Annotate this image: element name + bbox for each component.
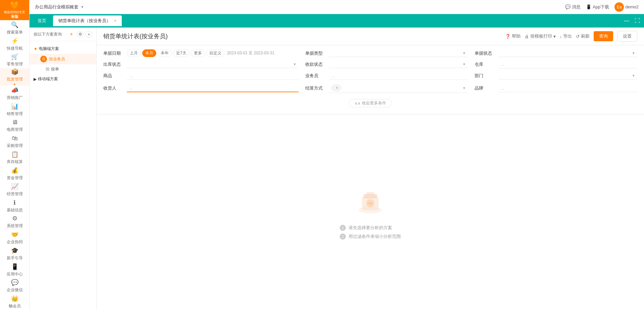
filter-doc-status: 单据状态 ▾ <box>475 50 637 57</box>
sidebar-item-app-center[interactable]: 📱 应用中心 <box>0 262 30 278</box>
date-btn-last-month[interactable]: 上月 <box>127 49 141 57</box>
filter-settlement: 结算方式 × ▾ <box>305 83 468 93</box>
sidebar-item-sales[interactable]: 📊 销售管理 <box>0 102 30 118</box>
refresh-btn[interactable]: ↺ 刷新 <box>576 33 590 39</box>
sidebar-item-inventory[interactable]: 📋 库存核算 <box>0 150 30 166</box>
sidebar-label-guide: 新手引导 <box>7 255 23 261</box>
sidebar-item-system[interactable]: ⚙ 系统管理 <box>0 214 30 230</box>
ship-status-arrow: ▾ <box>294 62 296 66</box>
collapse-btn[interactable]: ∧∧ 收起更多条件 <box>349 99 392 107</box>
sidebar-item-enterprise[interactable]: 🤝 企业协同 <box>0 230 30 246</box>
sidebar-item-retail[interactable]: 🛒 零售管理 <box>0 52 30 68</box>
sidebar-item-finance[interactable]: 💰 资金管理 <box>0 166 30 182</box>
edit-icon: ⚙ <box>78 32 82 37</box>
logo-icon: 🧡 <box>10 1 19 10</box>
sidebar-item-marketing[interactable]: 📣 营销推广 <box>0 86 30 102</box>
tab-sales-stat[interactable]: 销货单统计表（按业务员） × <box>53 15 122 26</box>
date-btn-custom[interactable]: 自定义 <box>206 49 224 57</box>
app-logo: 🧡 畅捷进销好生意 标版 <box>0 0 30 20</box>
department-control[interactable]: ▾ <box>498 72 637 80</box>
finance-icon: 💰 <box>11 167 18 174</box>
tree-item-by-order[interactable]: 按 按单 <box>30 64 96 74</box>
user-info[interactable]: Ea demo2 <box>614 2 639 12</box>
edit-scheme-btn[interactable]: ⚙ <box>77 31 84 38</box>
settings-btn[interactable]: 设置 <box>617 31 637 42</box>
filter-row-3: 商品 ... 业务员 ... 部门 <box>103 72 637 80</box>
goods-label: 商品 <box>103 73 127 79</box>
svg-rect-3 <box>366 192 374 196</box>
hint-num-2: 2 <box>340 234 346 240</box>
page-title: 销货单统计表(按业务员) <box>103 32 168 40</box>
salesperson-placeholder: ... <box>331 73 335 78</box>
department-arrow: ▾ <box>633 73 635 78</box>
tab-home[interactable]: 首页 <box>32 15 52 26</box>
tree-item-by-salesperson[interactable]: 员 按业务员 <box>30 54 96 64</box>
warehouse-control[interactable]: ... <box>498 60 637 68</box>
add-scheme-btn[interactable]: + <box>68 31 75 38</box>
sidebar-label-inventory: 库存核算 <box>7 159 23 165</box>
tab-close-icon[interactable]: × <box>114 18 116 23</box>
sidebar-label-sales: 销售管理 <box>7 111 23 117</box>
tabbar: 首页 销货单统计表（按业务员） × — ⛶ <box>30 14 644 28</box>
tab-minimize-btn[interactable]: — <box>623 18 631 24</box>
tree-group-desktop-label[interactable]: ▼ 电脑端方案 <box>30 44 96 54</box>
pay-status-arrow: ▾ <box>463 62 465 66</box>
sidebar-item-ecommerce[interactable]: 🖥 电商管理 <box>0 118 30 134</box>
doc-status-control[interactable]: ▾ <box>498 50 637 57</box>
date-btn-this-month[interactable]: 本月 <box>142 49 156 57</box>
doc-type-control[interactable]: ▾ <box>329 50 468 57</box>
page-actions: ❓ 帮助 🖨 按模板打印 ▾ ↓ 导出 ↺ 刷新 <box>505 31 638 42</box>
print-btn[interactable]: 🖨 按模板打印 ▾ <box>525 33 556 39</box>
settlement-clear-icon[interactable]: × <box>336 86 338 90</box>
print-label: 按模板打印 <box>530 33 552 39</box>
sidebar-item-quick-nav[interactable]: ⚡ 快捷导航 <box>0 36 30 52</box>
sidebar-item-purchase[interactable]: 🛍 采购管理 <box>0 134 30 150</box>
export-label: 导出 <box>563 33 572 39</box>
filter-section: 单据日期 上月 本月 本年 近7天 更多 自定义 2023-03-01 至 20… <box>97 45 644 114</box>
app-center-icon: 📱 <box>11 263 18 270</box>
tab-maximize-btn[interactable]: ⛶ <box>633 18 641 24</box>
pay-status-control[interactable]: ▾ <box>329 61 468 68</box>
query-btn[interactable]: 查询 <box>594 31 613 41</box>
topbar-left: 办公用品行业模拟账套 ▾ <box>35 4 84 10</box>
filter-consignee: 收货人 ... <box>103 84 299 92</box>
tree-group-mobile-label[interactable]: ▶ 移动端方案 <box>30 74 96 84</box>
avatar: Ea <box>614 2 624 12</box>
empty-hint-1: 1 请先选择要分析的方案 <box>340 225 401 231</box>
app-download-label: App下载 <box>593 4 609 10</box>
ship-status-label: 出库状态 <box>103 61 127 67</box>
sidebar-item-guide[interactable]: 🎓 新手引导 <box>0 246 30 262</box>
topbar-dropdown-icon[interactable]: ▾ <box>81 4 84 9</box>
message-btn[interactable]: 💬 消息 <box>565 4 581 10</box>
settlement-control[interactable]: × ▾ <box>329 83 468 93</box>
salesperson-control[interactable]: ... <box>329 72 468 80</box>
wecom-icon: 💬 <box>11 279 18 286</box>
empty-illustration <box>354 185 387 219</box>
sales-icon: 📊 <box>11 103 18 110</box>
date-btn-more[interactable]: 更多 <box>191 49 205 57</box>
consignee-control[interactable]: ... <box>127 84 299 92</box>
collapse-panel-btn[interactable]: « <box>86 31 92 38</box>
brand-control[interactable]: ... <box>498 84 637 92</box>
filter-doc-type: 单据类型 ▾ <box>305 50 468 57</box>
export-btn[interactable]: ↓ 导出 <box>560 33 572 39</box>
sidebar-item-basic-info[interactable]: ℹ 基础信息 <box>0 198 30 214</box>
help-btn[interactable]: ❓ 帮助 <box>505 33 521 39</box>
sidebar-item-member[interactable]: 👑 畅会员 <box>0 294 30 310</box>
sidebar-item-search[interactable]: 🔍 搜索菜单 <box>0 20 30 36</box>
doc-status-label: 单据状态 <box>475 50 498 56</box>
filter-department: 部门 ▾ <box>475 72 637 80</box>
sidebar-label-search: 搜索菜单 <box>7 30 23 35</box>
app-download-btn[interactable]: 📱 App下载 <box>586 4 609 10</box>
sidebar-item-operation[interactable]: 📈 经营管理 <box>0 182 30 198</box>
sidebar-item-wholesale[interactable]: 📦 批发管理 ▲ <box>0 68 30 86</box>
ship-status-control[interactable]: ▾ <box>127 61 299 68</box>
refresh-label: 刷新 <box>581 33 590 39</box>
goods-control[interactable]: ... <box>127 72 299 80</box>
sidebar-item-wecom[interactable]: 💬 企业微信 <box>0 278 30 294</box>
date-btn-7days[interactable]: 近7天 <box>173 49 190 57</box>
retail-icon: 🛒 <box>11 53 18 60</box>
tree-arrow-mobile: ▶ <box>34 77 37 82</box>
date-btn-this-year[interactable]: 本年 <box>158 49 172 57</box>
filter-goods: 商品 ... <box>103 72 299 80</box>
